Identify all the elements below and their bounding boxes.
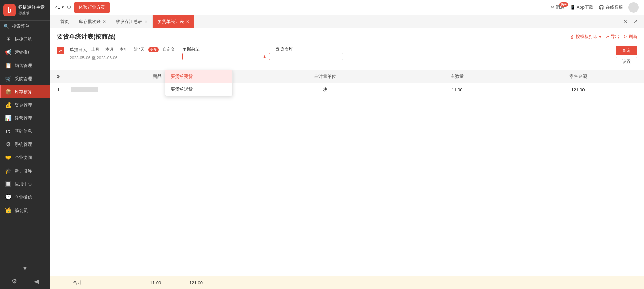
footer-qty: 11.00 (135, 280, 176, 285)
online-service-label: 在线客服 (605, 4, 623, 10)
sidebar-collapse-btn[interactable]: ◀ (31, 276, 42, 286)
sidebar-item-label: 新手引导 (15, 168, 32, 174)
date-more-badge[interactable]: 更多 (148, 47, 159, 52)
date-btn-7days[interactable]: 近7天 (132, 46, 146, 53)
guide-icon: 🎓 (5, 168, 12, 174)
sidebar-item-label: 库存核算 (15, 89, 32, 95)
sidebar-logo: b 畅捷通好生意 标准版 (0, 0, 50, 21)
restore-tab-btn[interactable]: ⤢ (631, 17, 639, 26)
base-icon: 🗂 (5, 128, 12, 134)
filter-type-chevron-icon[interactable]: ▲ (262, 54, 267, 59)
filter-type-input[interactable] (185, 54, 262, 59)
sidebar-item-base[interactable]: 🗂 基础信息 (0, 125, 50, 138)
sidebar-item-sales[interactable]: 📋 销售管理 (0, 59, 50, 72)
filter-expand-btn[interactable]: » (57, 47, 64, 54)
message-icon: ✉ (551, 5, 554, 10)
purchase-icon: 🛒 (5, 75, 12, 82)
sidebar-item-operations[interactable]: 📊 经营管理 (0, 112, 50, 125)
tab-inventory-batch[interactable]: 库存批次账 ✕ (74, 15, 111, 28)
dropdown-item-order-return[interactable]: 要货单退货 (165, 83, 232, 96)
date-custom-btn[interactable]: 自定义 (161, 46, 177, 53)
dropdown-item-order-goods-label: 要货单要货 (171, 74, 193, 79)
messages-btn[interactable]: ✉ 消息 99+ (551, 4, 565, 10)
col-settings-icon[interactable]: ⚙ (56, 74, 61, 79)
tab-order-stats[interactable]: 要货单统计表 ✕ (153, 15, 194, 28)
main-area: 41 ▾ ⚙ 体验行业方案 ✉ 消息 99+ 📱 App下载 🎧 在线客服 (50, 0, 644, 289)
sidebar-item-quick-nav[interactable]: ⊞ 快捷导航 (0, 32, 50, 46)
system-icon: ⚙ (5, 141, 12, 148)
close-all-tabs-btn[interactable]: ✕ (622, 17, 629, 26)
tab-close-collect-summary[interactable]: ✕ (144, 19, 148, 24)
store-selector[interactable]: 41 ▾ (55, 5, 64, 10)
sidebar-item-system[interactable]: ⚙ 系统管理 (0, 138, 50, 151)
online-service-btn[interactable]: 🎧 在线客服 (599, 4, 623, 10)
app-download-label: App下载 (577, 4, 593, 10)
filter-date-range: 2023-05-06 至 2023-06-06 (70, 55, 177, 61)
tab-home[interactable]: 首页 (55, 15, 74, 28)
tab-order-stats-label: 要货单统计表 (158, 19, 184, 25)
tab-collect-summary[interactable]: 收发存汇总表 ✕ (111, 15, 153, 28)
sidebar-item-label: 企业协同 (15, 155, 32, 161)
tab-inventory-batch-label: 库存批次账 (79, 19, 101, 25)
sidebar-item-member[interactable]: 👑 畅会员 (0, 204, 50, 217)
sidebar-item-enterprise[interactable]: 🤝 企业协同 (0, 151, 50, 164)
gear-icon[interactable]: ⚙ (67, 4, 71, 10)
chevron-down-icon: ▾ (599, 34, 601, 39)
tabs-bar-end: ✕ ⤢ (622, 17, 639, 26)
filter-type-input-wrap[interactable]: ▲ (182, 53, 270, 60)
filter-date-group: 单据日期 上月 本月 本年 近7天 更多 自定义 2023-05-06 至 20… (70, 46, 177, 61)
table-header-row: ⚙ 商品 主计量单位 主数量 零售金额 (50, 70, 644, 83)
query-button[interactable]: 查询 (616, 46, 637, 55)
export-btn[interactable]: ↗ 导出 (605, 34, 619, 40)
sidebar-item-marketing[interactable]: 📢 营销推广 (0, 46, 50, 59)
sidebar-item-label: 系统管理 (15, 141, 32, 148)
sidebar-item-label: 快捷导航 (15, 36, 32, 42)
sidebar-item-label: 销售管理 (15, 63, 32, 69)
industry-btn[interactable]: 体验行业方案 (74, 2, 110, 13)
sidebar-item-guide[interactable]: 🎓 新手引导 (0, 164, 50, 177)
settings-button[interactable]: 设置 (616, 57, 637, 66)
page-header-actions: 🖨 按模板打印 ▾ ↗ 导出 ↻ 刷新 (570, 34, 637, 40)
export-label: 导出 (611, 34, 619, 40)
refresh-label: 刷新 (628, 34, 637, 40)
footer-amount: 121.00 (176, 280, 216, 285)
search-icon: 🔍 (3, 24, 9, 29)
tab-close-inventory-batch[interactable]: ✕ (103, 19, 106, 24)
row-unit: 块 (248, 83, 403, 96)
sidebar-bottom: ⚙ ◀ (0, 273, 50, 289)
app-download-btn[interactable]: 📱 App下载 (570, 4, 593, 10)
sidebar-scroll-down[interactable]: ▼ (0, 264, 50, 273)
operations-icon: 📊 (5, 115, 12, 121)
sidebar-item-appstore[interactable]: 🔲 应用中心 (0, 177, 50, 191)
phone-icon: 📱 (570, 5, 575, 10)
dropdown-item-order-goods[interactable]: 要货单要货 (165, 70, 232, 83)
marketing-icon: 📢 (5, 49, 12, 55)
refresh-btn[interactable]: ↻ 刷新 (623, 34, 637, 40)
filter-warehouse-input[interactable] (279, 54, 336, 59)
print-icon: 🖨 (570, 34, 574, 39)
page-content: 要货单统计表(按商品) 🖨 按模板打印 ▾ ↗ 导出 ↻ 刷新 » (50, 28, 644, 289)
tab-close-order-stats[interactable]: ✕ (186, 19, 189, 24)
date-btn-last-month[interactable]: 上月 (89, 46, 101, 53)
sales-icon: 📋 (5, 62, 12, 69)
sidebar-search[interactable]: 🔍 搜索菜单 (0, 21, 50, 32)
app-brand: 畅捷通好生意 标准版 (18, 5, 45, 16)
sidebar-item-inventory[interactable]: 📦 库存核算 (0, 85, 50, 98)
sidebar-item-purchase[interactable]: 🛒 采购管理 (0, 72, 50, 85)
member-icon: 👑 (5, 207, 12, 214)
sidebar-item-wechat[interactable]: 💬 企业微信 (0, 191, 50, 204)
sidebar-settings-btn[interactable]: ⚙ (9, 276, 20, 286)
brand-name: 畅捷通好生意 (18, 5, 45, 10)
filter-warehouse-more-icon[interactable]: ··· (336, 54, 340, 59)
table-footer: 合计 11.00 121.00 (50, 276, 644, 289)
refresh-icon: ↻ (623, 34, 627, 39)
date-btn-this-year[interactable]: 本年 (118, 46, 130, 53)
date-btn-this-month[interactable]: 本月 (103, 46, 116, 53)
store-name: 41 (55, 5, 60, 10)
table-col-settings[interactable]: ⚙ (50, 70, 67, 83)
user-avatar[interactable] (628, 2, 639, 13)
print-btn[interactable]: 🖨 按模板打印 ▾ (570, 34, 601, 40)
filter-warehouse-input-wrap[interactable]: ··· (276, 53, 343, 60)
sidebar-item-finance[interactable]: 💰 资金管理 (0, 98, 50, 112)
table-col-unit: 主计量单位 (248, 70, 403, 83)
